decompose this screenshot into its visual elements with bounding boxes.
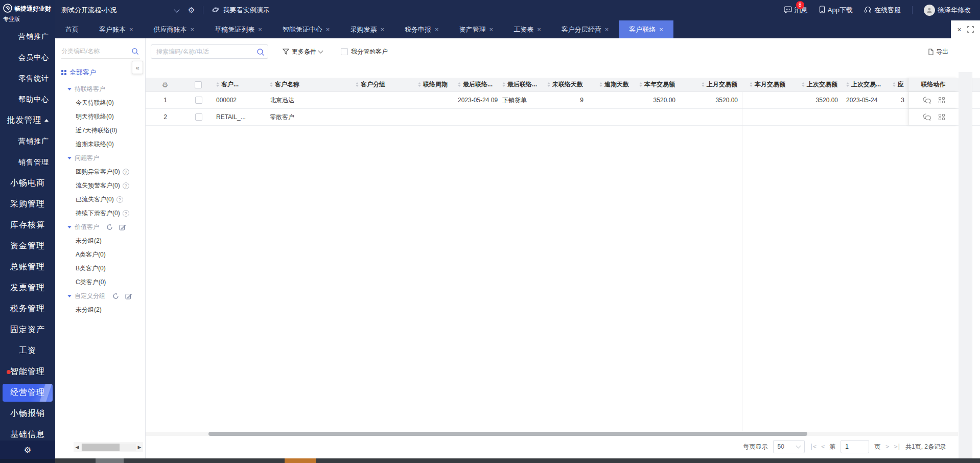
sort-caret-icon[interactable] — [750, 81, 753, 88]
wechat-contact-icon[interactable] — [923, 113, 931, 121]
help-icon[interactable]: ? — [116, 196, 123, 203]
sidebar-item-库存核算[interactable]: 库存核算 — [0, 215, 55, 236]
tab-close-icon[interactable]: × — [659, 26, 663, 33]
sort-caret-icon[interactable] — [270, 81, 273, 88]
tree-item-流失预警客户(0)[interactable]: 流失预警客户(0)? — [55, 179, 145, 193]
column-header-逾期天数[interactable]: 逾期天数 — [588, 78, 634, 91]
category-search-input[interactable]: 分类编码/名称 — [61, 44, 140, 59]
sidebar-item-销售管理[interactable]: 销售管理 — [0, 152, 55, 173]
sidebar-item-基础信息[interactable]: 基础信息 — [0, 424, 55, 441]
sort-caret-icon[interactable] — [502, 81, 505, 88]
sidebar-item-会员中心[interactable]: 会员中心 — [0, 47, 55, 68]
tab-客户联络-active[interactable]: 客户联络× — [619, 20, 673, 38]
tree-item-持续下滑客户(0)[interactable]: 持续下滑客户(0)? — [55, 206, 145, 220]
tab-close-icon[interactable]: × — [258, 26, 262, 33]
table-scrollbar-thumb[interactable] — [208, 432, 807, 436]
tree-item-逾期未联络(0)[interactable]: 逾期未联络(0) — [55, 137, 145, 151]
column-settings-cell[interactable]: ⚙ — [146, 78, 185, 91]
select-all-checkbox[interactable] — [195, 81, 202, 88]
fullscreen-icon[interactable] — [967, 26, 974, 33]
tree-group-价值客户[interactable]: 价值客户 — [55, 220, 145, 234]
messages-button[interactable]: 消息 8 — [784, 6, 808, 15]
tab-供应商账本[interactable]: 供应商账本× — [144, 20, 205, 38]
sidebar-item-小畅报销[interactable]: 小畅报销 — [0, 403, 55, 424]
sort-caret-icon[interactable] — [458, 81, 461, 88]
next-page-button[interactable]: > — [885, 443, 889, 450]
tab-close-icon[interactable]: × — [129, 26, 133, 33]
sort-caret-icon[interactable] — [599, 81, 602, 88]
column-header-应[interactable]: 应 — [889, 78, 908, 91]
help-icon[interactable]: ? — [123, 210, 129, 217]
online-service-button[interactable]: 在线客服 — [864, 6, 901, 15]
tab-close-icon[interactable]: × — [326, 26, 330, 33]
refresh-icon[interactable] — [112, 293, 119, 299]
sort-caret-icon[interactable] — [893, 81, 896, 88]
edit-icon[interactable] — [125, 293, 132, 299]
last-page-button[interactable]: >| — [894, 443, 900, 450]
tab-close-icon[interactable]: × — [380, 26, 384, 33]
tab-资产管理[interactable]: 资产管理× — [449, 20, 504, 38]
company-selector[interactable]: 测试分开流程-小况 — [61, 6, 179, 15]
settings-gear-icon[interactable]: ⚙ — [188, 6, 195, 15]
edit-icon[interactable] — [119, 224, 126, 230]
sidebar-item-智能管理[interactable]: 智能管理 — [0, 361, 55, 382]
sort-caret-icon[interactable] — [702, 81, 705, 88]
tab-工资表[interactable]: 工资表× — [503, 20, 551, 38]
tab-采购发票[interactable]: 采购发票× — [340, 20, 394, 38]
column-header-客户...[interactable]: 客户... — [212, 78, 266, 91]
tab-税务申报[interactable]: 税务申报× — [394, 20, 449, 38]
tree-item-C类客户(0)[interactable]: C类客户(0) — [55, 275, 145, 289]
more-filters-button[interactable]: 更多条件 — [283, 48, 322, 56]
sidebar-item-营销推广[interactable]: 营销推广 — [0, 26, 55, 47]
column-header-未联络天数[interactable]: 未联络天数 — [543, 78, 588, 91]
more-actions-grid-icon[interactable] — [939, 114, 945, 120]
tab-客户账本[interactable]: 客户账本× — [89, 20, 144, 38]
sidebar-item-经营管理[interactable]: 经营管理 — [0, 382, 55, 403]
row-checkbox[interactable] — [195, 97, 202, 104]
sidebar-item-发票管理[interactable]: 发票管理 — [0, 277, 55, 298]
help-icon[interactable]: ? — [123, 182, 129, 189]
tree-item-回购异常客户(0)[interactable]: 回购异常客户(0)? — [55, 165, 145, 179]
sidebar-item-小畅电商[interactable]: 小畅电商 — [0, 173, 55, 194]
row-checkbox[interactable] — [195, 113, 202, 121]
column-header-上月交易额[interactable]: 上月交易额 — [680, 78, 742, 91]
tree-item-已流失客户(0)[interactable]: 已流失客户(0)? — [55, 193, 145, 206]
per-page-select[interactable]: 50 — [773, 440, 805, 453]
sidebar-item-税务管理[interactable]: 税务管理 — [0, 298, 55, 319]
sort-caret-icon[interactable] — [216, 81, 219, 88]
first-page-button[interactable]: |< — [810, 443, 816, 450]
sort-caret-icon[interactable] — [846, 81, 849, 88]
tab-客户分层经营[interactable]: 客户分层经营× — [551, 20, 619, 38]
tree-item-A类客户(0)[interactable]: A类客户(0) — [55, 248, 145, 262]
demo-link[interactable]: 我要看实例演示 — [212, 6, 269, 15]
sidebar-item-总账管理[interactable]: 总账管理 — [0, 257, 55, 277]
tab-home[interactable]: 首页 — [55, 20, 89, 38]
gear-icon[interactable]: ⚙ — [162, 81, 169, 89]
wechat-contact-icon[interactable] — [923, 97, 931, 104]
column-header-最后联络...[interactable]: 最后联络... — [498, 78, 543, 91]
sort-caret-icon[interactable] — [547, 81, 550, 88]
column-header-客户名称[interactable]: 客户名称 — [266, 78, 352, 91]
column-header-最后联络...[interactable]: 最后联络... — [454, 78, 498, 91]
tree-item-近7天待联络(0)[interactable]: 近7天待联络(0) — [55, 124, 145, 137]
tab-草稿凭证列表[interactable]: 草稿凭证列表× — [204, 20, 272, 38]
export-button[interactable]: 导出 — [928, 48, 948, 56]
scroll-right-icon[interactable]: ▶ — [136, 445, 143, 450]
sidebar-item-零售统计[interactable]: 零售统计 — [0, 68, 55, 89]
my-customers-filter[interactable]: 我分管的客户 — [341, 48, 388, 56]
tab-close-icon[interactable]: × — [605, 26, 609, 33]
column-header-本年交易额[interactable]: 本年交易额 — [634, 78, 680, 91]
sidebar-item-资金管理[interactable]: 资金管理 — [0, 236, 55, 257]
tab-close-icon[interactable]: × — [537, 26, 541, 33]
panel-collapse-button[interactable]: « — [132, 61, 143, 74]
sort-caret-icon[interactable] — [802, 81, 805, 88]
tab-close-icon[interactable]: × — [489, 26, 494, 33]
sidebar-item-批发管理[interactable]: 批发管理 — [0, 110, 55, 131]
app-download-button[interactable]: App下载 — [819, 6, 853, 15]
sidebar-item-固定资产[interactable]: 固定资产 — [0, 319, 55, 340]
tab-close-icon[interactable]: × — [435, 26, 439, 33]
help-icon[interactable]: ? — [123, 169, 129, 175]
tab-智能凭证中心[interactable]: 智能凭证中心× — [272, 20, 340, 38]
refresh-icon[interactable] — [106, 224, 113, 230]
my-customers-checkbox[interactable] — [341, 48, 348, 55]
